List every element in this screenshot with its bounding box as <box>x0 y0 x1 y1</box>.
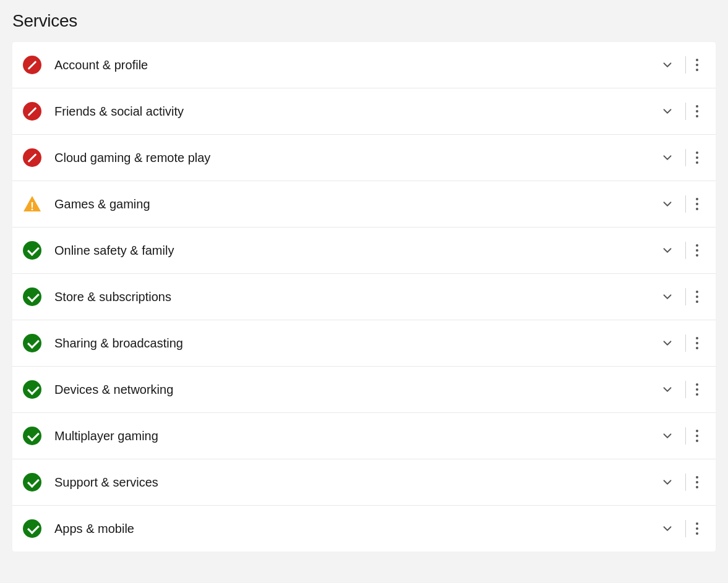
service-actions-cloud-gaming <box>652 146 706 169</box>
divider-support-services <box>685 474 686 491</box>
service-item-cloud-gaming: Cloud gaming & remote play <box>12 135 716 181</box>
service-label-games-gaming: Games & gaming <box>54 197 652 211</box>
more-dots-icon <box>696 476 698 488</box>
service-label-sharing-broadcasting: Sharing & broadcasting <box>54 336 652 351</box>
more-dots-icon <box>696 522 698 535</box>
more-button-support-services[interactable] <box>688 471 706 493</box>
blocked-icon-account-profile <box>22 55 42 75</box>
service-label-apps-mobile: Apps & mobile <box>54 522 652 536</box>
expand-button-cloud-gaming[interactable] <box>652 146 683 169</box>
more-dots-icon <box>696 105 698 117</box>
divider-cloud-gaming <box>685 149 686 166</box>
page-container: Services Account & profileFriends & soci… <box>0 0 728 558</box>
divider-devices-networking <box>685 381 686 398</box>
service-actions-friends-social <box>652 100 706 123</box>
service-item-account-profile: Account & profile <box>12 42 716 88</box>
ok-icon-support-services <box>22 472 42 492</box>
service-actions-games-gaming <box>652 192 706 216</box>
chevron-down-icon <box>661 336 674 350</box>
service-actions-account-profile <box>652 53 706 77</box>
warning-icon-games-gaming: ! <box>22 194 42 214</box>
divider-store-subscriptions <box>685 288 686 305</box>
ok-icon-apps-mobile <box>22 519 42 538</box>
more-dots-icon <box>696 198 698 210</box>
chevron-down-icon <box>661 151 674 164</box>
more-button-games-gaming[interactable] <box>688 193 706 215</box>
chevron-down-icon <box>661 58 674 72</box>
more-button-sharing-broadcasting[interactable] <box>688 332 706 354</box>
divider-account-profile <box>685 56 686 74</box>
chevron-down-icon <box>661 290 674 304</box>
blocked-icon-friends-social <box>22 101 42 121</box>
page-title: Services <box>12 11 716 31</box>
service-actions-online-safety <box>652 239 706 262</box>
service-actions-support-services <box>652 470 706 494</box>
more-button-friends-social[interactable] <box>688 100 706 122</box>
service-actions-devices-networking <box>652 378 706 401</box>
service-label-devices-networking: Devices & networking <box>54 383 652 397</box>
more-dots-icon <box>696 430 698 442</box>
expand-button-games-gaming[interactable] <box>652 192 683 216</box>
more-dots-icon <box>696 59 698 71</box>
ok-icon-sharing-broadcasting <box>22 333 42 353</box>
expand-button-online-safety[interactable] <box>652 239 683 262</box>
svg-text:!: ! <box>30 200 34 213</box>
chevron-down-icon <box>661 429 674 443</box>
services-list: Account & profileFriends & social activi… <box>12 42 716 551</box>
chevron-down-icon <box>661 522 674 535</box>
more-dots-icon <box>696 291 698 303</box>
divider-friends-social <box>685 103 686 120</box>
service-label-multiplayer-gaming: Multiplayer gaming <box>54 429 652 443</box>
service-label-friends-social: Friends & social activity <box>54 104 652 119</box>
blocked-icon-cloud-gaming <box>22 148 42 168</box>
service-item-support-services: Support & services <box>12 459 716 506</box>
expand-button-devices-networking[interactable] <box>652 378 683 401</box>
expand-button-friends-social[interactable] <box>652 100 683 123</box>
expand-button-support-services[interactable] <box>652 470 683 494</box>
more-button-online-safety[interactable] <box>688 239 706 262</box>
service-actions-apps-mobile <box>652 517 706 540</box>
expand-button-multiplayer-gaming[interactable] <box>652 424 683 448</box>
ok-icon-store-subscriptions <box>22 287 42 307</box>
more-button-multiplayer-gaming[interactable] <box>688 425 706 447</box>
chevron-down-icon <box>661 104 674 118</box>
service-actions-multiplayer-gaming <box>652 424 706 448</box>
service-item-games-gaming: !Games & gaming <box>12 181 716 228</box>
service-item-friends-social: Friends & social activity <box>12 88 716 135</box>
chevron-down-icon <box>661 383 674 396</box>
more-button-store-subscriptions[interactable] <box>688 286 706 308</box>
more-dots-icon <box>696 244 698 257</box>
service-item-store-subscriptions: Store & subscriptions <box>12 274 716 320</box>
chevron-down-icon <box>661 244 674 257</box>
more-button-account-profile[interactable] <box>688 54 706 76</box>
divider-sharing-broadcasting <box>685 334 686 352</box>
service-item-online-safety: Online safety & family <box>12 228 716 274</box>
service-item-sharing-broadcasting: Sharing & broadcasting <box>12 320 716 367</box>
service-actions-store-subscriptions <box>652 285 706 309</box>
chevron-down-icon <box>661 475 674 489</box>
service-label-cloud-gaming: Cloud gaming & remote play <box>54 151 652 165</box>
divider-apps-mobile <box>685 520 686 537</box>
service-label-support-services: Support & services <box>54 475 652 490</box>
service-label-store-subscriptions: Store & subscriptions <box>54 290 652 304</box>
divider-online-safety <box>685 242 686 259</box>
service-label-account-profile: Account & profile <box>54 58 652 72</box>
expand-button-sharing-broadcasting[interactable] <box>652 331 683 355</box>
service-actions-sharing-broadcasting <box>652 331 706 355</box>
divider-multiplayer-gaming <box>685 427 686 445</box>
more-dots-icon <box>696 151 698 164</box>
service-item-multiplayer-gaming: Multiplayer gaming <box>12 413 716 459</box>
ok-icon-devices-networking <box>22 380 42 399</box>
expand-button-store-subscriptions[interactable] <box>652 285 683 309</box>
more-dots-icon <box>696 337 698 349</box>
more-button-devices-networking[interactable] <box>688 378 706 401</box>
expand-button-account-profile[interactable] <box>652 53 683 77</box>
service-item-apps-mobile: Apps & mobile <box>12 506 716 551</box>
more-button-apps-mobile[interactable] <box>688 517 706 540</box>
more-dots-icon <box>696 383 698 396</box>
ok-icon-online-safety <box>22 240 42 260</box>
service-item-devices-networking: Devices & networking <box>12 367 716 413</box>
more-button-cloud-gaming[interactable] <box>688 147 706 169</box>
service-label-online-safety: Online safety & family <box>54 244 652 258</box>
expand-button-apps-mobile[interactable] <box>652 517 683 540</box>
